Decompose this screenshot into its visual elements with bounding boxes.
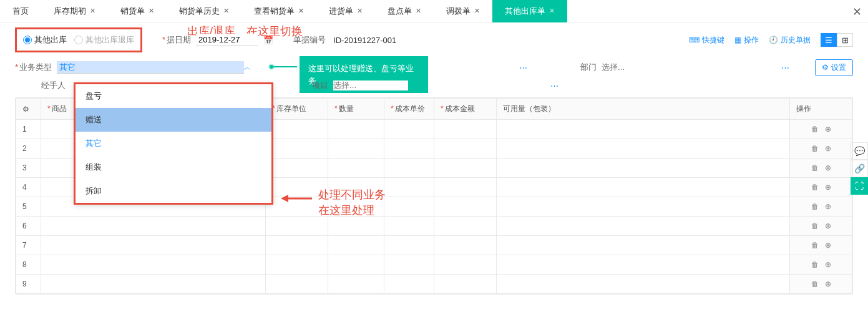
view-list-button[interactable]: ☰: [821, 33, 837, 47]
dropdown-item[interactable]: 组装: [76, 155, 271, 179]
cell-unit[interactable]: [266, 197, 328, 217]
cell-amount[interactable]: [434, 139, 497, 159]
close-all-icon[interactable]: ✕: [852, 5, 862, 19]
cell-price[interactable]: [384, 197, 434, 217]
cell-unit[interactable]: [266, 178, 328, 197]
date-input[interactable]: [196, 34, 258, 46]
close-icon[interactable]: ✕: [416, 7, 421, 15]
cell-amount[interactable]: [434, 120, 497, 139]
add-icon[interactable]: ⊕: [825, 280, 831, 288]
cell-avail[interactable]: [497, 275, 790, 294]
cell-product[interactable]: [41, 275, 266, 294]
cell-qty[interactable]: [328, 178, 384, 197]
delete-icon[interactable]: 🗑: [811, 183, 819, 192]
cell-amount[interactable]: [434, 197, 497, 217]
tab-home[interactable]: 首页: [0, 0, 41, 22]
delete-icon[interactable]: 🗑: [811, 163, 819, 172]
cell-product[interactable]: [41, 217, 266, 236]
cell-unit[interactable]: [266, 236, 328, 255]
cell-amount[interactable]: [434, 236, 497, 255]
cell-unit[interactable]: [266, 120, 328, 139]
project-select[interactable]: [333, 80, 408, 90]
tab-stocktake[interactable]: 盘点单✕: [375, 0, 434, 22]
expand-icon[interactable]: ⛶: [851, 177, 868, 195]
cell-amount[interactable]: [434, 217, 497, 236]
cell-qty[interactable]: [328, 275, 384, 294]
tab-transfer[interactable]: 调拨单✕: [434, 0, 492, 22]
cell-amount[interactable]: [434, 178, 497, 197]
cell-price[interactable]: [384, 236, 434, 255]
cell-unit[interactable]: [266, 139, 328, 159]
cell-avail[interactable]: [497, 120, 790, 139]
close-icon[interactable]: ✕: [149, 7, 154, 15]
add-icon[interactable]: ⊕: [825, 183, 831, 192]
close-icon[interactable]: ✕: [223, 7, 229, 15]
more-icon[interactable]: ⋯: [550, 81, 558, 90]
cell-price[interactable]: [384, 275, 434, 294]
tab-sales-history[interactable]: 销货单历史✕: [167, 0, 241, 22]
operate-link[interactable]: ▦操作: [734, 35, 759, 46]
delete-icon[interactable]: 🗑: [811, 241, 819, 250]
cell-price[interactable]: [384, 217, 434, 236]
history-link[interactable]: 🕘历史单据: [769, 35, 811, 46]
add-icon[interactable]: ⊕: [825, 260, 831, 269]
add-icon[interactable]: ⊕: [825, 125, 831, 134]
radio-outbound[interactable]: 其他出库: [23, 34, 67, 46]
cell-unit[interactable]: [266, 275, 328, 294]
cell-price[interactable]: [384, 255, 434, 275]
cell-avail[interactable]: [497, 197, 790, 217]
cell-product[interactable]: [41, 255, 266, 275]
cell-avail[interactable]: [497, 159, 790, 178]
cell-price[interactable]: [384, 159, 434, 178]
cell-avail[interactable]: [497, 178, 790, 197]
close-icon[interactable]: ✕: [474, 7, 480, 15]
tab-view-sales[interactable]: 查看销货单✕: [241, 0, 316, 22]
cell-avail[interactable]: [497, 217, 790, 236]
dropdown-item[interactable]: 拆卸: [76, 179, 271, 203]
cell-price[interactable]: [384, 178, 434, 197]
view-card-button[interactable]: ⊞: [837, 33, 853, 47]
delete-icon[interactable]: 🗑: [811, 260, 819, 269]
biztype-input[interactable]: [57, 61, 244, 74]
chevron-up-icon[interactable]: ︿: [243, 62, 251, 73]
delete-icon[interactable]: 🗑: [811, 202, 819, 211]
cell-unit[interactable]: [266, 255, 328, 275]
cell-qty[interactable]: [328, 159, 384, 178]
add-icon[interactable]: ⊕: [825, 163, 831, 172]
cell-qty[interactable]: [328, 217, 384, 236]
calendar-icon[interactable]: 📅: [263, 36, 273, 45]
radio-return[interactable]: 其他出库退库: [74, 34, 134, 46]
cell-price[interactable]: [384, 120, 434, 139]
add-icon[interactable]: ⊕: [825, 222, 831, 230]
cell-qty[interactable]: [328, 236, 384, 255]
department-select[interactable]: [602, 62, 676, 72]
delete-icon[interactable]: 🗑: [811, 125, 819, 134]
more-icon[interactable]: ⋯: [781, 63, 789, 72]
tab-inventory-init[interactable]: 库存期初✕: [41, 0, 108, 22]
cell-avail[interactable]: [497, 139, 790, 159]
link-icon[interactable]: 🔗: [851, 160, 868, 177]
tab-sales-order[interactable]: 销货单✕: [108, 0, 167, 22]
cell-qty[interactable]: [328, 197, 384, 217]
cell-amount[interactable]: [434, 255, 497, 275]
close-icon[interactable]: ✕: [549, 7, 555, 15]
cell-qty[interactable]: [328, 120, 384, 139]
close-icon[interactable]: ✕: [357, 7, 363, 15]
cell-qty[interactable]: [328, 255, 384, 275]
table-row[interactable]: 6🗑⊕: [16, 217, 852, 236]
dropdown-item[interactable]: 盘亏: [76, 84, 271, 108]
add-icon[interactable]: ⊕: [825, 202, 831, 211]
settings-button[interactable]: ⚙设置: [815, 59, 853, 76]
table-row[interactable]: 8🗑⊕: [16, 255, 852, 275]
dropdown-item[interactable]: 其它: [76, 132, 271, 155]
cell-product[interactable]: [41, 236, 266, 255]
close-icon[interactable]: ✕: [90, 7, 95, 15]
add-icon[interactable]: ⊕: [825, 144, 831, 153]
dropdown-item[interactable]: 赠送: [76, 108, 271, 132]
tab-purchase[interactable]: 进货单✕: [316, 0, 375, 22]
cell-amount[interactable]: [434, 275, 497, 294]
cell-unit[interactable]: [266, 217, 328, 236]
gear-column[interactable]: ⚙: [16, 99, 41, 120]
delete-icon[interactable]: 🗑: [811, 144, 819, 153]
shortcut-link[interactable]: ⌨快捷键: [689, 35, 724, 46]
